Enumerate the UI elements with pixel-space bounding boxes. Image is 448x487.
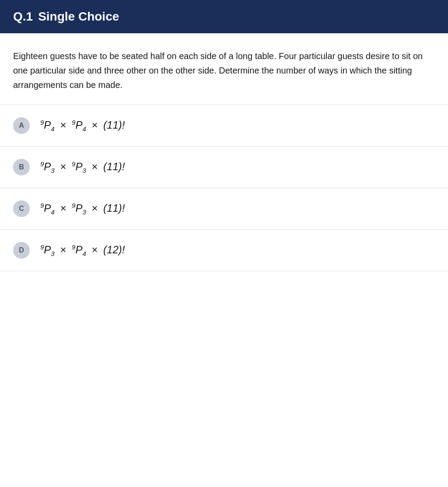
option-d-formula: 9P3 × 9P4 × (12)! [40, 243, 125, 257]
option-d-badge: D [13, 242, 30, 259]
option-a[interactable]: A 9P4 × 9P4 × (11)! [0, 105, 448, 147]
option-d[interactable]: D 9P3 × 9P4 × (12)! [0, 230, 448, 271]
option-a-formula: 9P4 × 9P4 × (11)! [40, 119, 125, 133]
option-b[interactable]: B 9P3 × 9P3 × (11)! [0, 147, 448, 188]
question-section: Eighteen guests have to be seated half o… [0, 33, 448, 105]
question-number: Q.1 [13, 10, 33, 24]
option-c[interactable]: C 9P4 × 9P3 × (11)! [0, 188, 448, 230]
question-type: Single Choice [38, 10, 119, 24]
question-header: Q.1 Single Choice [0, 0, 448, 33]
option-b-formula: 9P3 × 9P3 × (11)! [40, 160, 125, 174]
option-b-badge: B [13, 159, 30, 175]
option-c-badge: C [13, 200, 30, 217]
question-text: Eighteen guests have to be seated half o… [13, 49, 435, 92]
options-list: A 9P4 × 9P4 × (11)! B 9P3 × 9P3 × (11)! … [0, 105, 448, 271]
option-c-formula: 9P4 × 9P3 × (11)! [40, 202, 125, 216]
option-a-badge: A [13, 117, 30, 134]
